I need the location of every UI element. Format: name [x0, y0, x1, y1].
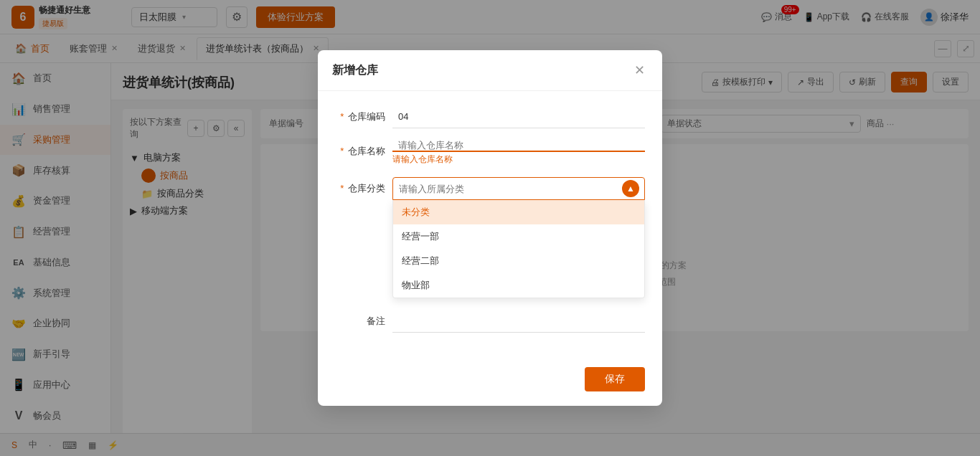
warehouse-code-label: * 仓库编码	[335, 105, 392, 128]
modal-add-warehouse: 新增仓库 ✕ * 仓库编码 * 仓库名称 请输入仓库	[318, 50, 662, 406]
save-button[interactable]: 保存	[585, 367, 645, 391]
warehouse-name-row: * 仓库名称 请输入仓库名称	[335, 140, 645, 166]
warehouse-category-label: * 仓库分类	[335, 177, 392, 200]
warehouse-notes-row: 备注	[335, 310, 645, 333]
dropdown-item-dept3[interactable]: 物业部	[393, 273, 644, 298]
warehouse-category-input[interactable]	[392, 177, 645, 200]
warehouse-name-input[interactable]	[392, 140, 645, 152]
modal-close-button[interactable]: ✕	[631, 62, 648, 79]
warehouse-code-row: * 仓库编码	[335, 105, 645, 128]
warehouse-name-label: * 仓库名称	[335, 140, 392, 163]
category-toggle-button[interactable]: ▲	[622, 180, 639, 197]
modal-header: 新增仓库 ✕	[318, 50, 662, 91]
warehouse-notes-input[interactable]	[392, 310, 645, 333]
warehouse-notes-label: 备注	[335, 310, 392, 333]
warehouse-name-error: 请输入仓库名称	[392, 153, 645, 166]
category-dropdown: 未分类 经营一部 经营二部 物业部	[392, 200, 645, 298]
modal-footer: 保存	[318, 358, 662, 406]
dropdown-item-dept2[interactable]: 经营二部	[393, 249, 644, 273]
modal-title: 新增仓库	[332, 63, 378, 78]
required-marker: *	[340, 111, 344, 122]
warehouse-name-field: 请输入仓库名称	[392, 140, 645, 166]
modal-body: * 仓库编码 * 仓库名称 请输入仓库名称 *	[318, 91, 662, 358]
dropdown-item-dept1[interactable]: 经营一部	[393, 224, 644, 249]
modal-overlay[interactable]: 新增仓库 ✕ * 仓库编码 * 仓库名称 请输入仓库	[0, 0, 980, 456]
dropdown-item-unclassified[interactable]: 未分类	[393, 200, 644, 224]
warehouse-code-input[interactable]	[392, 105, 645, 128]
warehouse-category-row: * 仓库分类 ▲ 未分类 经营一部 经营二部 物业部	[335, 177, 645, 298]
warehouse-category-field: ▲ 未分类 经营一部 经营二部 物业部	[392, 177, 645, 298]
